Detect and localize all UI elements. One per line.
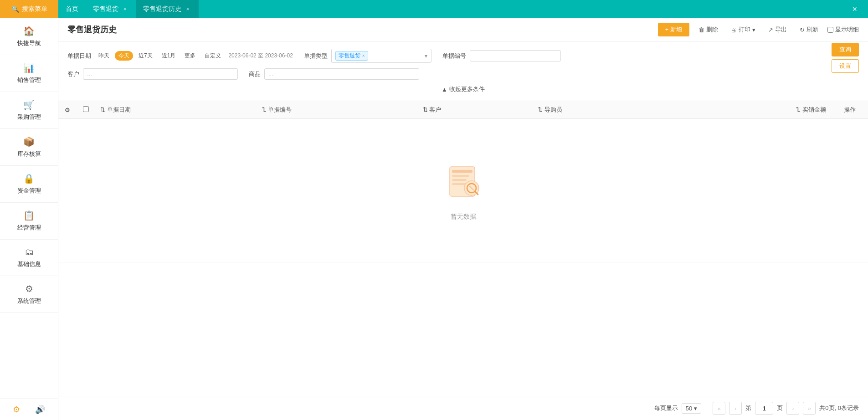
svg-rect-2 bbox=[452, 175, 469, 177]
th-guide[interactable]: ⇅ 导购员 bbox=[532, 101, 670, 119]
th-customer-sort-icon: ⇅ bbox=[423, 106, 430, 113]
last-page-button[interactable]: » bbox=[803, 402, 816, 415]
page-label: 第 bbox=[745, 404, 751, 412]
print-dropdown-icon: ▾ bbox=[752, 26, 755, 33]
table-body: 暂无数据 bbox=[58, 119, 868, 262]
product-label: 商品 bbox=[249, 70, 261, 78]
sidebar-item-system-mgmt[interactable]: ⚙ 系统管理 bbox=[0, 276, 58, 313]
select-all-checkbox[interactable] bbox=[83, 106, 89, 112]
date-label: 单据日期 bbox=[67, 52, 91, 60]
refresh-icon: ↻ bbox=[800, 26, 805, 33]
delete-button[interactable]: 🗑 删除 bbox=[695, 24, 722, 36]
customer-placeholder: ... bbox=[87, 71, 92, 77]
sidebar-item-operations[interactable]: 📋 经营管理 bbox=[0, 203, 58, 240]
page-size-arrow: ▾ bbox=[694, 405, 697, 412]
show-detail-checkbox-label[interactable]: 显示明细 bbox=[827, 26, 859, 34]
filter-row-1: 单据日期 昨天 今天 近7天 近1月 更多 自定义 2023-06-02 至 2… bbox=[67, 49, 859, 63]
customer-select[interactable]: ... bbox=[83, 68, 238, 80]
th-amount-sort-icon: ⇅ bbox=[796, 106, 802, 113]
pagination-summary: 共0页, 0条记录 bbox=[819, 404, 859, 412]
export-button[interactable]: ↗ 导出 bbox=[765, 24, 791, 36]
pagination-divider bbox=[707, 404, 707, 413]
doc-type-label: 单据类型 bbox=[304, 52, 328, 60]
date-7days[interactable]: 近7天 bbox=[135, 51, 156, 61]
doc-number-input[interactable] bbox=[470, 50, 561, 61]
collapse-button[interactable]: ▲ 收起更多条件 bbox=[67, 85, 859, 93]
sidebar-item-inventory[interactable]: 📦 库存核算 bbox=[0, 129, 58, 166]
sidebar-volume-button[interactable]: 🔊 bbox=[35, 405, 45, 415]
sidebar-settings-button[interactable]: ⚙ bbox=[13, 405, 20, 415]
sidebar: 🏠 快捷导航 📊 销售管理 🛒 采购管理 📦 库存核算 🔒 资金管理 📋 经营管… bbox=[0, 18, 58, 420]
sidebar-bottom: ⚙ 🔊 bbox=[0, 399, 58, 420]
query-settings-bar: 查询 设置 bbox=[832, 43, 859, 73]
inventory-icon: 📦 bbox=[23, 136, 35, 147]
next-page-button[interactable]: › bbox=[786, 402, 799, 415]
finance-icon: 🔒 bbox=[23, 173, 35, 184]
product-placeholder: ... bbox=[268, 71, 273, 77]
system-icon: ⚙ bbox=[25, 283, 33, 294]
date-today[interactable]: 今天 bbox=[115, 51, 133, 61]
sidebar-item-sales-mgmt[interactable]: 📊 销售管理 bbox=[0, 55, 58, 92]
th-settings[interactable]: ⚙ bbox=[58, 101, 77, 119]
th-doc-number[interactable]: ⇅ 单据编号 bbox=[256, 101, 417, 119]
purchase-icon: 🛒 bbox=[23, 99, 35, 110]
refresh-button[interactable]: ↻ 刷新 bbox=[796, 24, 822, 36]
th-doc-date[interactable]: ⇅ 单据日期 bbox=[95, 101, 256, 119]
first-page-button[interactable]: « bbox=[713, 402, 725, 415]
customer-select-content: ... bbox=[87, 71, 234, 77]
product-select-content: ... bbox=[268, 71, 415, 77]
product-select[interactable]: ... bbox=[264, 68, 419, 80]
sidebar-item-basic-info[interactable]: 🗂 基础信息 bbox=[0, 240, 58, 276]
basic-info-icon: 🗂 bbox=[25, 247, 34, 257]
th-customer[interactable]: ⇅ 客户 bbox=[417, 101, 532, 119]
page-size-label: 每页显示 bbox=[654, 404, 678, 412]
sidebar-item-finance[interactable]: 🔒 资金管理 bbox=[0, 166, 58, 203]
prev-page-button[interactable]: ‹ bbox=[729, 402, 742, 415]
page-header: 零售退货历史 + 新增 🗑 删除 🖨 打印 ▾ ↗ 导出 ↻ bbox=[58, 18, 868, 41]
tab-retail-return-history[interactable]: 零售退货历史 × bbox=[136, 0, 199, 18]
pagination-bar: 每页显示 50 ▾ « ‹ 第 页 › » 共0页, 0条记录 bbox=[58, 396, 868, 420]
tab-retail-return-close[interactable]: × bbox=[121, 5, 128, 13]
tabs-area: 首页 零售退货 × 零售退货历史 × bbox=[58, 0, 848, 18]
date-more[interactable]: 更多 bbox=[181, 51, 199, 61]
th-checkbox[interactable] bbox=[77, 101, 95, 119]
table-area: ⚙ ⇅ 单据日期 ⇅ 单据编号 bbox=[58, 101, 868, 396]
tab-retail-return-history-close[interactable]: × bbox=[184, 5, 191, 13]
th-amount[interactable]: ⇅ 实销金额 bbox=[670, 101, 832, 119]
chevron-up-icon: ▲ bbox=[442, 86, 447, 93]
doc-type-arrow-icon: ▾ bbox=[425, 53, 427, 59]
doc-type-select[interactable]: 零售退货 × ▾ bbox=[331, 49, 431, 63]
window-close-button[interactable]: × bbox=[848, 5, 861, 14]
empty-text: 暂无数据 bbox=[451, 213, 476, 221]
print-button[interactable]: 🖨 打印 ▾ bbox=[727, 24, 759, 36]
main-layout: 🏠 快捷导航 📊 销售管理 🛒 采购管理 📦 库存核算 🔒 资金管理 📋 经营管… bbox=[0, 18, 868, 420]
date-yesterday[interactable]: 昨天 bbox=[95, 51, 113, 61]
home-icon: 🏠 bbox=[23, 26, 35, 36]
export-icon: ↗ bbox=[768, 26, 773, 33]
delete-icon: 🗑 bbox=[699, 26, 704, 33]
page-number-input[interactable] bbox=[755, 402, 773, 415]
query-button[interactable]: 查询 bbox=[832, 43, 859, 56]
data-table: ⚙ ⇅ 单据日期 ⇅ 单据编号 bbox=[58, 101, 868, 262]
operations-icon: 📋 bbox=[23, 210, 35, 221]
add-button[interactable]: + 新增 bbox=[658, 23, 689, 36]
th-doc-date-label: ⇅ bbox=[100, 106, 107, 113]
sidebar-item-purchase-mgmt[interactable]: 🛒 采购管理 bbox=[0, 92, 58, 129]
search-menu-button[interactable]: 🔍 搜索菜单 bbox=[0, 0, 58, 18]
customer-label: 客户 bbox=[67, 70, 79, 78]
filter-product: 商品 ... bbox=[249, 68, 419, 80]
date-1month[interactable]: 近1月 bbox=[158, 51, 180, 61]
empty-row: 暂无数据 bbox=[58, 119, 868, 262]
filter-row-2: 客户 ... 商品 ... bbox=[67, 68, 859, 80]
tab-home[interactable]: 首页 bbox=[58, 0, 86, 18]
filter-settings-button[interactable]: 设置 bbox=[832, 59, 859, 73]
date-custom[interactable]: 自定义 bbox=[201, 51, 225, 61]
sidebar-item-quick-nav[interactable]: 🏠 快捷导航 bbox=[0, 18, 58, 55]
filter-date: 单据日期 昨天 今天 近7天 近1月 更多 自定义 2023-06-02 至 2… bbox=[67, 51, 293, 61]
page-size-select[interactable]: 50 ▾ bbox=[682, 403, 701, 414]
doc-number-label: 单据编号 bbox=[442, 52, 466, 60]
show-detail-checkbox[interactable] bbox=[827, 27, 833, 33]
doc-type-tag-close[interactable]: × bbox=[362, 53, 365, 58]
content-area: 零售退货历史 + 新增 🗑 删除 🖨 打印 ▾ ↗ 导出 ↻ bbox=[58, 18, 868, 420]
tab-retail-return[interactable]: 零售退货 × bbox=[86, 0, 136, 18]
